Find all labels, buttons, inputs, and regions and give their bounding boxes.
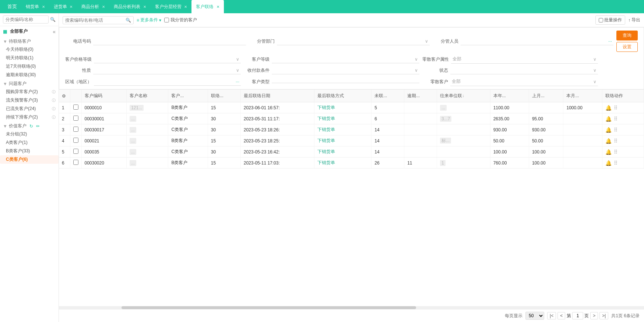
bell-icon[interactable]: 🔔 bbox=[605, 127, 612, 133]
price-level-select[interactable]: ∨ bbox=[94, 56, 241, 63]
last-page-btn[interactable]: >| bbox=[599, 312, 608, 319]
bell-icon[interactable]: 🔔 bbox=[605, 160, 612, 166]
my-customer-check[interactable]: 我分管的客户 bbox=[164, 17, 197, 23]
row-last-contact-method[interactable]: 下销货单 bbox=[314, 113, 372, 124]
contact-method-link[interactable]: 下销货单 bbox=[317, 138, 335, 143]
next-page-btn[interactable]: > bbox=[590, 312, 598, 319]
query-btn[interactable]: 查询 bbox=[616, 31, 638, 40]
nav-product-list-close[interactable]: ✕ bbox=[143, 5, 146, 9]
nav-product-list[interactable]: 商品分析列表 ✕ bbox=[109, 0, 151, 13]
nature-select[interactable]: ∨ bbox=[93, 67, 241, 74]
contact-method-link[interactable]: 下销货单 bbox=[317, 116, 335, 121]
row-checkbox[interactable] bbox=[70, 135, 81, 146]
dept-select[interactable]: ∨ bbox=[277, 38, 430, 45]
sidebar-item-churn-warning[interactable]: 流失预警客户(3) ⓘ bbox=[0, 96, 59, 105]
more-action-icon[interactable]: ⠿ bbox=[614, 116, 617, 122]
my-customer-checkbox[interactable] bbox=[164, 18, 169, 22]
sidebar-item-overdue[interactable]: 逾期未联络(30) bbox=[0, 71, 59, 79]
nav-home[interactable]: 首页 bbox=[3, 0, 21, 13]
nav-customer-tier[interactable]: 客户分层经营 ✕ bbox=[151, 0, 192, 13]
batch-checkbox[interactable] bbox=[599, 18, 603, 22]
search-input[interactable] bbox=[65, 18, 124, 23]
row-checkbox[interactable] bbox=[70, 102, 81, 113]
sidebar-group-pending[interactable]: ▼ 待联络客户 bbox=[0, 37, 59, 45]
horizontal-scrollbar[interactable] bbox=[59, 306, 644, 309]
retail-select[interactable]: 全部 ∨ bbox=[450, 77, 598, 86]
row-checkbox[interactable] bbox=[70, 124, 81, 135]
nav-sales-close[interactable]: ✕ bbox=[42, 5, 45, 9]
sidebar-item-hoarding[interactable]: 囤购异常客户(2) ⓘ bbox=[0, 88, 59, 96]
row-check[interactable] bbox=[73, 138, 78, 143]
more-filters-btn[interactable]: ≡ 更多条件 ▾ bbox=[137, 17, 161, 23]
person-select[interactable]: ··· bbox=[461, 38, 613, 45]
nav-customer-contact-close[interactable]: ✕ bbox=[217, 5, 219, 9]
person-ellipsis[interactable]: ··· bbox=[608, 39, 612, 44]
contact-method-link[interactable]: 下销货单 bbox=[317, 105, 335, 110]
sidebar-item-class-b[interactable]: B类客户(33) bbox=[0, 147, 59, 155]
bell-icon[interactable]: 🔔 bbox=[605, 116, 612, 122]
per-page-select[interactable]: 50 100 bbox=[525, 312, 544, 320]
row-last-contact-method[interactable]: 下销货单 bbox=[314, 124, 372, 135]
sidebar-item-declining[interactable]: 持续下滑客户(2) ⓘ bbox=[0, 113, 59, 121]
row-checkbox[interactable] bbox=[70, 146, 81, 158]
cust-type-select[interactable] bbox=[272, 81, 419, 83]
sidebar-search-input[interactable] bbox=[3, 15, 49, 24]
row-check[interactable] bbox=[73, 116, 78, 121]
sidebar-all-customers[interactable]: ▦ 全部客户 « bbox=[0, 26, 59, 37]
set-btn[interactable]: 设置 bbox=[616, 42, 638, 52]
nav-product-analysis[interactable]: 商品分析 ✕ bbox=[77, 0, 109, 13]
row-checkbox[interactable] bbox=[70, 113, 81, 124]
row-last-contact-method[interactable]: 下销货单 bbox=[314, 146, 372, 158]
more-action-icon[interactable]: ⠿ bbox=[614, 138, 617, 144]
search-icon-btn[interactable]: 🔍 bbox=[126, 18, 131, 23]
sidebar-item-today[interactable]: 今天待联络(0) bbox=[0, 45, 59, 54]
area-select[interactable]: ··· bbox=[94, 78, 241, 86]
sidebar-item-7days[interactable]: 近7天待联络(0) bbox=[0, 62, 59, 71]
nav-customer-tier-close[interactable]: ✕ bbox=[184, 5, 187, 9]
sidebar-item-churned[interactable]: 已流失客户(24) ⓘ bbox=[0, 105, 59, 113]
nav-customer-contact[interactable]: 客户联络 ✕ bbox=[191, 0, 224, 13]
sidebar-group-problem[interactable]: ▼ 问题客户 bbox=[0, 79, 59, 88]
edit-icon[interactable]: ✏ bbox=[36, 124, 40, 129]
prev-page-btn[interactable]: < bbox=[557, 312, 565, 319]
row-last-contact-method[interactable]: 下销货单 bbox=[314, 135, 372, 146]
sidebar-item-tomorrow[interactable]: 明天待联络(1) bbox=[0, 54, 59, 62]
nav-sales[interactable]: 销货单 ✕ bbox=[21, 0, 49, 13]
refresh-icon[interactable]: ↻ bbox=[29, 124, 33, 129]
status-select[interactable]: ∨ bbox=[450, 67, 598, 74]
page-input[interactable] bbox=[572, 312, 583, 319]
contact-method-link[interactable]: 下销货单 bbox=[317, 127, 335, 132]
row-last-contact-method[interactable]: 下销货单 bbox=[314, 102, 372, 113]
scrollbar-thumb[interactable] bbox=[122, 306, 416, 309]
bell-icon[interactable]: 🔔 bbox=[605, 149, 612, 155]
more-action-icon[interactable]: ⠿ bbox=[614, 105, 617, 111]
sidebar-group-value[interactable]: ▼ 价值客户 ↻ ✏ bbox=[0, 121, 59, 130]
row-check[interactable] bbox=[73, 127, 78, 132]
more-action-icon[interactable]: ⠿ bbox=[614, 160, 617, 166]
nav-purchase[interactable]: 进货单 ✕ bbox=[49, 0, 77, 13]
bell-icon[interactable]: 🔔 bbox=[605, 105, 612, 111]
payment-select[interactable]: ∨ bbox=[272, 67, 419, 74]
sidebar-collapse-btn[interactable]: « bbox=[53, 29, 56, 35]
export-btn[interactable]: ↑ 导出 bbox=[628, 17, 640, 23]
row-check[interactable] bbox=[73, 149, 78, 154]
retail-attr-select[interactable]: 全部 ∨ bbox=[451, 55, 598, 64]
cust-level-select[interactable]: ∨ bbox=[272, 56, 419, 63]
sidebar-item-ungroup[interactable]: 未分组(32) bbox=[0, 130, 59, 138]
sidebar-item-class-a[interactable]: A类客户(1) bbox=[0, 138, 59, 147]
nav-purchase-close[interactable]: ✕ bbox=[70, 5, 73, 9]
row-check[interactable] bbox=[73, 160, 78, 165]
sidebar-item-class-c[interactable]: C类客户(6) bbox=[0, 155, 59, 164]
bell-icon[interactable]: 🔔 bbox=[605, 138, 612, 144]
batch-btn[interactable]: 批量操作 bbox=[595, 15, 625, 25]
more-action-icon[interactable]: ⠿ bbox=[614, 149, 617, 155]
more-action-icon[interactable]: ⠿ bbox=[614, 127, 617, 133]
row-last-contact-method[interactable]: 下销货单 bbox=[314, 158, 372, 169]
area-ellipsis[interactable]: ··· bbox=[236, 79, 239, 84]
contact-method-link[interactable]: 下销货单 bbox=[317, 149, 335, 154]
row-check[interactable] bbox=[73, 105, 78, 110]
sidebar-search-icon[interactable]: 🔍 bbox=[50, 17, 56, 22]
gear-icon[interactable]: ⚙ bbox=[62, 93, 66, 99]
phone-input[interactable] bbox=[93, 38, 246, 45]
th-gear[interactable]: ⚙ bbox=[59, 90, 70, 102]
